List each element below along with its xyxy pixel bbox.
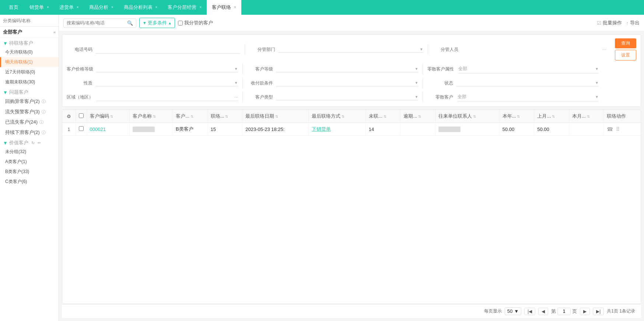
query-button[interactable]: 查询 [615, 38, 636, 48]
th-this-year[interactable]: 本年... ⇅ [499, 110, 534, 123]
sidebar-all-customers-label: 全部客户 [3, 29, 22, 35]
sidebar-group-pending: ▼ 待联络客户 [0, 38, 59, 47]
sidebar-item-class-a[interactable]: A类客户(1) [0, 157, 59, 167]
filter-customer-type-select[interactable]: ▼ [276, 94, 419, 100]
filter-nature-select[interactable]: ▼ [95, 80, 238, 86]
page-number-input-area: 第 页 [551, 308, 577, 315]
th-last-month[interactable]: 上月... ⇅ [534, 110, 569, 123]
filter-dept: 分管部门 ▼ [249, 46, 423, 53]
th-action: 联络动作 [604, 110, 641, 123]
sidebar-item-tomorrow-pending[interactable]: 明天待联络(1) [0, 57, 59, 67]
nav-sales[interactable]: 销货单 × [24, 0, 54, 15]
cell-code[interactable]: 000021 [87, 123, 130, 136]
th-type[interactable]: 客户... ⇅ [172, 110, 207, 123]
sidebar-item-today-pending[interactable]: 今天待联络(0) [0, 47, 59, 57]
nav-analysis[interactable]: 商品分析 × [84, 0, 119, 15]
prev-page-button[interactable]: ◀ [538, 308, 548, 315]
filter-area: 电话号码 分管部门 ▼ 分管人员 ··· [62, 34, 641, 107]
close-customer-tier-tab[interactable]: × [199, 0, 202, 15]
filter-row-3: 性质 ▼ 收付款条件 ▼ 状态 [67, 77, 636, 89]
action-icons-group: ☎ ⠿ [607, 126, 638, 132]
filter-retail-attr-select[interactable]: 全部 ▼ [458, 65, 599, 73]
data-table-container: ⚙ 客户编码 ⇅ 客户名称 [62, 110, 641, 304]
last-page-button[interactable]: ▶| [593, 308, 604, 315]
nav-purchase[interactable]: 进货单 × [54, 0, 84, 15]
filter-status-arrow: ▼ [595, 81, 599, 85]
cell-last-month: 50.00 [534, 123, 569, 136]
my-customers-checkbox-label[interactable]: 我分管的客户 [178, 20, 213, 26]
sidebar-item-churned[interactable]: 已流失客户(24) ⓘ [0, 117, 59, 127]
toolbar: 🔍 ▼ 更多条件 ▲ 我分管的客户 ☑ 批量操作 ↑ 导出 [59, 15, 644, 31]
more-conditions-button[interactable]: ▼ 更多条件 ▲ [139, 18, 175, 28]
page-number-input[interactable] [557, 308, 571, 315]
th-name[interactable]: 客户名称 ⇅ [130, 110, 173, 123]
th-unit-contact[interactable]: 往来单位联系人 ⇅ [435, 110, 499, 123]
nav-analysis-list[interactable]: 商品分析列表 × [119, 0, 163, 15]
filter-dept-select[interactable]: ▼ [278, 46, 423, 53]
filter-customer-type-label: 客户类型 [247, 94, 273, 100]
filter-action-buttons: 查询 设置 [615, 38, 636, 61]
th-code[interactable]: 客户编码 ⇅ [87, 110, 130, 123]
th-contact-count[interactable]: 联络... ⇅ [207, 110, 242, 123]
nav-customer-tier[interactable]: 客户分层经营 × [162, 0, 207, 15]
nav-customer-contact[interactable]: 客户联络 × [207, 0, 241, 15]
sort-type-icon: ⇅ [190, 114, 193, 118]
close-purchase-tab[interactable]: × [77, 0, 79, 15]
row-checkbox[interactable] [79, 126, 84, 131]
cell-last-date: 2023-05-23 18:25: [242, 123, 309, 136]
toolbar-search-input[interactable] [67, 20, 126, 25]
toolbar-search-icon[interactable]: 🔍 [127, 20, 133, 26]
filter-payment-select[interactable]: ▼ [276, 80, 419, 86]
sidebar-all-customers[interactable]: 全部客户 « [0, 27, 59, 38]
filter-status-select[interactable]: ▼ [456, 80, 599, 86]
value-group-refresh-icon[interactable]: ↻ [31, 141, 35, 145]
phone-action-icon[interactable]: ☎ [607, 126, 613, 132]
filter-retail-customer-select[interactable]: 全部 ▼ [458, 93, 599, 101]
last-method-link[interactable]: 下销货单 [312, 126, 331, 132]
sidebar-group-value-triangle: ▼ [3, 140, 8, 146]
gear-icon[interactable]: ⚙ [67, 114, 71, 119]
cell-last-method[interactable]: 下销货单 [309, 123, 366, 136]
top-navigation: 首页 销货单 × 进货单 × 商品分析 × 商品分析列表 × 客户分层经营 × … [0, 0, 644, 15]
close-sales-tab[interactable]: × [47, 0, 49, 15]
export-button[interactable]: ↑ 导出 [626, 20, 640, 26]
close-customer-contact-tab[interactable]: × [234, 0, 236, 15]
sidebar-group-problem: ▼ 问题客户 [0, 87, 59, 96]
close-analysis-tab[interactable]: × [111, 0, 113, 15]
per-page-select[interactable]: 50 ▼ [505, 307, 521, 315]
close-analysis-list-tab[interactable]: × [155, 0, 158, 15]
th-last-method[interactable]: 最后联络方式 ⇅ [309, 110, 366, 123]
customer-table: ⚙ 客户编码 ⇅ 客户名称 [62, 110, 641, 136]
th-uncontacted[interactable]: 未联... ⇅ [365, 110, 400, 123]
filter-manager-dots[interactable]: ··· [602, 47, 606, 52]
next-page-button[interactable]: ▶ [580, 308, 590, 315]
my-customers-checkbox[interactable] [178, 21, 183, 25]
filter-nature-arrow: ▼ [234, 81, 238, 85]
filter-phone-input[interactable] [95, 46, 240, 54]
batch-operation-button[interactable]: ☑ 批量操作 [597, 20, 622, 26]
sidebar-item-churn-warning[interactable]: 流失预警客户(3) ⓘ [0, 107, 59, 117]
sidebar-item-class-b[interactable]: B类客户(33) [0, 167, 59, 177]
value-group-edit-icon[interactable]: ✏ [38, 141, 41, 145]
nav-home[interactable]: 首页 [3, 0, 24, 15]
sidebar-search-input[interactable] [3, 18, 58, 23]
more-action-icon[interactable]: ⠿ [616, 126, 620, 132]
sidebar-item-ungroup[interactable]: 未分组(32) [0, 147, 59, 157]
sidebar-item-overdue-pending[interactable]: 逾期未联络(30) [0, 77, 59, 87]
th-this-month[interactable]: 本月... ⇅ [569, 110, 604, 123]
th-gear[interactable]: ⚙ [62, 110, 76, 123]
sidebar-item-class-c[interactable]: C类客户(6) [0, 177, 59, 187]
sidebar-item-7days-pending[interactable]: 近7天待联络(0) [0, 67, 59, 77]
sort-year-icon: ⇅ [517, 114, 520, 118]
th-last-date[interactable]: 最后联络日期 ⇅ [242, 110, 309, 123]
filter-price-level-select[interactable]: ▼ [96, 66, 238, 72]
select-all-checkbox[interactable] [79, 113, 84, 118]
first-page-button[interactable]: |◀ [524, 308, 535, 315]
customer-name-blurred [133, 127, 155, 132]
sidebar-item-declining[interactable]: 持续下滑客户(2) ⓘ [0, 127, 59, 138]
settings-button[interactable]: 设置 [615, 50, 636, 61]
filter-region-dots[interactable]: ··· [234, 94, 238, 100]
th-overdue[interactable]: 逾期... ⇅ [400, 110, 435, 123]
sidebar-item-repurchase-abnormal[interactable]: 回购异常客户(2) ⓘ [0, 96, 59, 107]
filter-customer-level-select[interactable]: ▼ [276, 66, 419, 72]
